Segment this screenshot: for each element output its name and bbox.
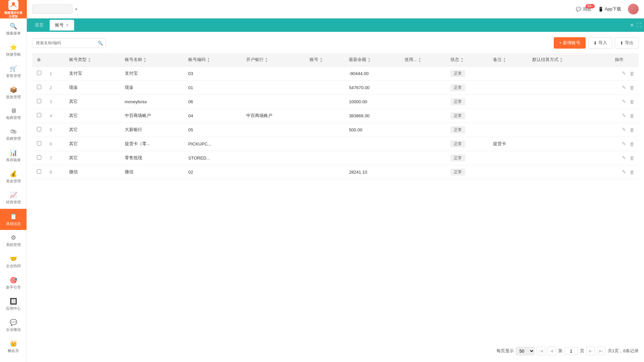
- table-row: 5 其它 大新银行 05 500.00 正常 ✎ 🗑: [32, 123, 639, 137]
- tab-home-label: 首页: [35, 22, 44, 28]
- row-checkbox[interactable]: [37, 127, 41, 131]
- col-default-settle[interactable]: 默认结算方式▲▼: [528, 53, 600, 66]
- sidebar-item-purchase-mgmt[interactable]: 🛍采购管理: [0, 124, 26, 145]
- topbar-dropdown-arrow[interactable]: ▾: [75, 7, 77, 12]
- col-usage[interactable]: 使用...▲▼: [400, 53, 446, 66]
- edit-button[interactable]: ✎: [622, 169, 626, 175]
- col-status[interactable]: 状态▲▼: [446, 53, 489, 66]
- topbar-search-input[interactable]: [32, 4, 72, 14]
- row-checkbox[interactable]: [37, 71, 41, 75]
- sidebar-item-quick-nav[interactable]: ⭐快捷导航: [0, 40, 26, 61]
- cell-remark: [489, 165, 528, 179]
- cell-status: 正常: [446, 137, 489, 151]
- cell-status: 正常: [446, 66, 489, 80]
- page-size-select[interactable]: 50 100 200: [516, 347, 535, 355]
- search-input[interactable]: [33, 39, 95, 47]
- delete-button[interactable]: 🗑: [630, 141, 635, 147]
- tab-expand-btn[interactable]: ⛶: [637, 22, 641, 28]
- app-download-button[interactable]: 📱 App下载: [598, 6, 621, 12]
- row-checkbox[interactable]: [37, 141, 41, 145]
- cell-type: 支付宝: [65, 66, 120, 80]
- sidebar-item-enterprise-wechat[interactable]: 💬企业微信: [0, 315, 26, 336]
- col-balance[interactable]: 最新余额▲▼: [345, 53, 400, 66]
- edit-button[interactable]: ✎: [622, 155, 626, 161]
- sidebar-item-app-center[interactable]: 🔲应用中心: [0, 294, 26, 315]
- cell-checkbox[interactable]: [32, 95, 46, 109]
- edit-button[interactable]: ✎: [622, 99, 626, 105]
- col-name[interactable]: 账号名称▲▼: [121, 53, 184, 66]
- cell-num: 8: [46, 165, 65, 179]
- messages-button[interactable]: 💬 消息 99+: [576, 6, 591, 12]
- search-button[interactable]: 🔍: [95, 39, 106, 48]
- sidebar-item-search-menu[interactable]: 🔍搜索菜单: [0, 18, 26, 40]
- sidebar-item-enterprise-agreement[interactable]: 🤝企业协同: [0, 251, 26, 272]
- row-checkbox[interactable]: [37, 155, 41, 160]
- sidebar-item-system-mgmt[interactable]: ⚙系统管理: [0, 230, 26, 251]
- delete-button[interactable]: 🗑: [630, 169, 635, 175]
- page-prev-btn[interactable]: ◀: [547, 347, 556, 355]
- row-checkbox[interactable]: [37, 169, 41, 174]
- page-first-btn[interactable]: |◀: [537, 347, 545, 355]
- page-last-btn[interactable]: ▶|: [597, 347, 606, 355]
- sidebar-item-operations-mgmt[interactable]: 📈经营管理: [0, 187, 26, 208]
- cell-usage: [400, 95, 446, 109]
- sidebar-item-vip-member[interactable]: 👑畅会员: [0, 336, 26, 357]
- row-checkbox[interactable]: [37, 85, 41, 89]
- sidebar-item-inventory[interactable]: 📊库存核算: [0, 145, 26, 166]
- main-area: ▾ 💬 消息 99+ 📱 App下载 首页 账号 ✕ ✕ ⛶: [27, 0, 644, 362]
- cell-checkbox[interactable]: [32, 137, 46, 151]
- cell-ops: ✎ 🗑: [600, 165, 639, 179]
- sidebar-item-new-guide[interactable]: 🎯新手引导: [0, 273, 26, 294]
- col-bank[interactable]: 开户银行▲▼: [242, 53, 306, 66]
- sidebar-item-basic-info[interactable]: 📋基础信息: [0, 209, 26, 230]
- col-type[interactable]: 账号类型▲▼: [65, 53, 120, 66]
- col-account[interactable]: 账号▲▼: [306, 53, 345, 66]
- col-settings[interactable]: ⚙: [32, 53, 46, 66]
- col-code[interactable]: 账号编码▲▼: [184, 53, 242, 66]
- sidebar-item-retail-mgmt[interactable]: 🛒零售管理: [0, 61, 26, 82]
- edit-button[interactable]: ✎: [622, 141, 626, 147]
- cell-checkbox[interactable]: [32, 109, 46, 123]
- add-account-button[interactable]: + 新增账号: [554, 37, 586, 49]
- page-next-btn[interactable]: ▶: [586, 347, 595, 355]
- cell-name: 零售抵现: [121, 151, 184, 165]
- tab-accounts-close[interactable]: ✕: [66, 23, 69, 27]
- delete-button[interactable]: 🗑: [630, 99, 635, 105]
- import-button[interactable]: ⬇ 导入: [588, 37, 612, 49]
- status-badge: 正常: [450, 70, 465, 77]
- edit-button[interactable]: ✎: [622, 113, 626, 119]
- edit-button[interactable]: ✎: [622, 70, 626, 76]
- row-checkbox[interactable]: [37, 99, 41, 103]
- delete-button[interactable]: 🗑: [630, 127, 635, 133]
- delete-button[interactable]: 🗑: [630, 155, 635, 161]
- cell-checkbox[interactable]: [32, 66, 46, 80]
- cell-checkbox[interactable]: [32, 151, 46, 165]
- cell-checkbox[interactable]: [32, 123, 46, 137]
- edit-button[interactable]: ✎: [622, 127, 626, 133]
- page-number-input[interactable]: [565, 347, 578, 355]
- content-area: 🔍 + 新增账号 ⬇ 导入 ⬆ 导出 ⚙: [27, 32, 644, 362]
- row-checkbox[interactable]: [37, 113, 41, 117]
- page-label: 第: [558, 348, 562, 354]
- tab-close-btn[interactable]: ✕: [630, 22, 634, 28]
- tab-home[interactable]: 首页: [30, 20, 49, 31]
- sidebar-nav: 🔍搜索菜单⭐快捷导航🛒零售管理📦批发管理🖥电商管理🛍采购管理📊库存核算💰资金管理…: [0, 18, 26, 362]
- tab-accounts[interactable]: 账号 ✕: [50, 20, 74, 31]
- cell-num: 1: [46, 66, 65, 80]
- delete-button[interactable]: 🗑: [630, 85, 635, 90]
- export-button[interactable]: ⬆ 导出: [615, 37, 639, 49]
- sidebar-item-ecommerce-mgmt[interactable]: 🖥电商管理: [0, 103, 26, 124]
- sidebar-item-finance-mgmt[interactable]: 💰资金管理: [0, 166, 26, 187]
- cell-default-settle: [528, 151, 600, 165]
- edit-button[interactable]: ✎: [622, 84, 626, 90]
- user-avatar[interactable]: [628, 4, 639, 14]
- status-badge: 正常: [450, 169, 465, 176]
- col-remark[interactable]: 备注▲▼: [489, 53, 528, 66]
- sidebar-item-wholesale-mgmt[interactable]: 📦批发管理: [0, 82, 26, 103]
- delete-button[interactable]: 🗑: [630, 71, 635, 76]
- cell-checkbox[interactable]: [32, 80, 46, 95]
- delete-button[interactable]: 🗑: [630, 113, 635, 119]
- cell-checkbox[interactable]: [32, 165, 46, 179]
- cell-num: 4: [46, 109, 65, 123]
- cell-usage: [400, 151, 446, 165]
